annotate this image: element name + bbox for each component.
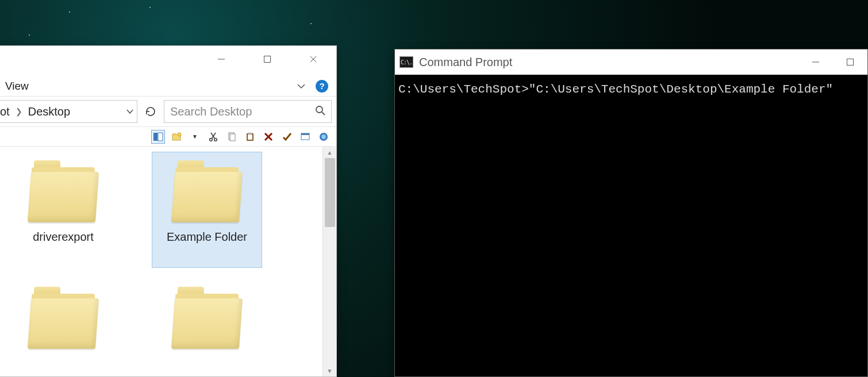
folder-item[interactable] bbox=[152, 279, 262, 376]
search-placeholder: Search Desktop bbox=[170, 105, 252, 118]
svg-rect-1 bbox=[264, 56, 271, 63]
cut-icon[interactable] bbox=[206, 130, 220, 144]
explorer-titlebar[interactable] bbox=[0, 46, 336, 76]
folder-item[interactable]: Example Folder bbox=[152, 152, 262, 267]
address-prefix-truncated: ot bbox=[0, 105, 10, 118]
cmd-output[interactable]: C:\Users\TechSpot>"C:\Users\TechSpot\Des… bbox=[395, 75, 867, 376]
svg-point-4 bbox=[316, 106, 322, 113]
scroll-up-icon[interactable]: ▲ bbox=[323, 147, 336, 158]
help-icon[interactable]: ? bbox=[316, 80, 328, 93]
maximize-button[interactable] bbox=[833, 49, 867, 75]
folder-label: Example Folder bbox=[167, 230, 247, 244]
rename-icon[interactable] bbox=[280, 130, 294, 144]
folder-icon bbox=[26, 157, 101, 226]
scroll-thumb[interactable] bbox=[325, 158, 335, 227]
ribbon-collapse-icon[interactable] bbox=[295, 80, 308, 93]
svg-rect-9 bbox=[172, 133, 176, 135]
new-folder-icon[interactable] bbox=[170, 130, 183, 144]
paste-icon[interactable] bbox=[243, 130, 257, 144]
cmd-title: Command Prompt bbox=[419, 56, 512, 69]
scroll-down-icon[interactable]: ▼ bbox=[323, 365, 336, 376]
svg-point-11 bbox=[210, 138, 213, 141]
address-bar[interactable]: ot ❯ Desktop bbox=[0, 100, 137, 123]
folder-label: driverexport bbox=[33, 230, 94, 244]
breadcrumb-separator-icon: ❯ bbox=[16, 107, 22, 116]
svg-point-12 bbox=[214, 138, 217, 141]
cmd-app-icon: C:\. bbox=[400, 56, 413, 68]
search-icon bbox=[315, 105, 325, 118]
svg-rect-27 bbox=[847, 59, 854, 66]
folder-item[interactable] bbox=[9, 279, 118, 376]
svg-point-10 bbox=[178, 133, 181, 136]
dropdown-icon[interactable]: ▼ bbox=[188, 130, 202, 144]
svg-rect-16 bbox=[230, 134, 235, 141]
search-box[interactable]: Search Desktop bbox=[164, 100, 332, 123]
svg-rect-6 bbox=[153, 133, 158, 141]
maximize-button[interactable] bbox=[244, 46, 290, 72]
folder-icon bbox=[26, 283, 101, 352]
explorer-ribbon-tabs: View ? bbox=[0, 76, 336, 97]
minimize-button[interactable] bbox=[198, 46, 244, 72]
minimize-button[interactable] bbox=[798, 49, 833, 75]
svg-line-5 bbox=[322, 112, 325, 115]
ribbon-tab-view[interactable]: View bbox=[5, 80, 29, 93]
command-prompt-window[interactable]: C:\. Command Prompt C:\Users\TechSpot>"C… bbox=[394, 49, 868, 377]
svg-rect-18 bbox=[248, 134, 252, 140]
refresh-button[interactable] bbox=[143, 100, 158, 123]
svg-point-25 bbox=[321, 134, 326, 139]
explorer-address-row: ot ❯ Desktop Search Desktop bbox=[0, 97, 336, 127]
properties-icon[interactable] bbox=[298, 130, 312, 144]
svg-rect-7 bbox=[158, 133, 163, 141]
file-explorer-window[interactable]: View ? ot ❯ Desktop Search Desktop bbox=[0, 45, 337, 377]
options-icon[interactable] bbox=[317, 130, 331, 144]
address-history-dropdown[interactable] bbox=[123, 101, 137, 122]
address-current-folder[interactable]: Desktop bbox=[28, 105, 70, 118]
delete-icon[interactable] bbox=[262, 130, 275, 144]
cmd-titlebar[interactable]: C:\. Command Prompt bbox=[395, 49, 867, 75]
svg-rect-23 bbox=[301, 133, 309, 135]
explorer-quick-toolbar: ▼ bbox=[0, 127, 336, 147]
preview-pane-icon[interactable] bbox=[151, 130, 165, 144]
copy-icon[interactable] bbox=[225, 130, 239, 144]
folder-icon bbox=[170, 283, 244, 352]
explorer-item-grid[interactable]: driverexport Example Folder bbox=[0, 147, 322, 376]
folder-item[interactable]: driverexport bbox=[9, 152, 118, 267]
folder-icon bbox=[170, 157, 244, 226]
close-button[interactable] bbox=[290, 46, 336, 72]
svg-rect-19 bbox=[248, 132, 252, 134]
vertical-scrollbar[interactable]: ▲ ▼ bbox=[322, 147, 336, 376]
